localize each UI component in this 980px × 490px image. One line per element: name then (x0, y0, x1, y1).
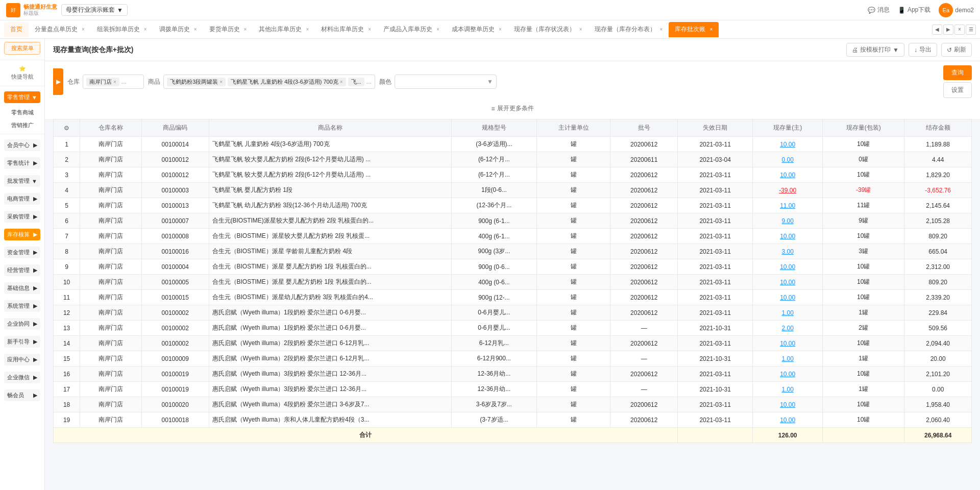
search-menu-button[interactable]: 搜索菜单 (4, 42, 40, 55)
row-qty-main[interactable]: 10.00 (753, 137, 823, 152)
goods-more-icon[interactable]: ... (366, 78, 372, 85)
row-qty-main[interactable]: 10.00 (753, 412, 823, 428)
tab-8[interactable]: 成本调整单历史 × (446, 22, 508, 37)
sidebar-section-purchase[interactable]: 采购管理 ▶ (0, 208, 44, 226)
sidebar-system-label[interactable]: 系统管理 ▶ (4, 300, 40, 312)
tab-6-close-icon[interactable]: × (368, 27, 371, 32)
row-qty-main[interactable]: 10.00 (753, 397, 823, 412)
tab-8-close-icon[interactable]: × (499, 27, 502, 32)
sidebar-section-member[interactable]: 会员中心 ▶ (0, 136, 44, 154)
sidebar-section-basic[interactable]: 基础信息 ▶ (0, 279, 44, 297)
sidebar-section-guide[interactable]: 新手引导 ▶ (0, 333, 44, 351)
tab-1-close-icon[interactable]: × (82, 27, 85, 32)
tab-3[interactable]: 调拨单历史 × (153, 22, 203, 37)
tab-7-close-icon[interactable]: × (436, 27, 439, 32)
tab-4[interactable]: 要货单历史 × (203, 22, 253, 37)
goods-tag-2-close-icon[interactable]: × (340, 79, 343, 85)
query-button[interactable]: 查询 (943, 65, 972, 80)
tab-2[interactable]: 组装拆卸单历史 × (91, 22, 153, 37)
sidebar-guide-label[interactable]: 新手引导 ▶ (4, 336, 40, 348)
sidebar-item-retail-shop[interactable]: 零售商城 (0, 106, 44, 119)
refresh-button[interactable]: ↺ 刷新 (941, 43, 972, 57)
row-qty-main[interactable]: 1.00 (753, 351, 823, 366)
sidebar-member2-label[interactable]: 畅会员 ▶ (4, 389, 40, 401)
sidebar-section-wholesale[interactable]: 批发管理 ▼ (0, 172, 44, 190)
warehouse-tag-container[interactable]: 南岸门店 × ... (83, 75, 144, 89)
row-qty-main[interactable]: 10.00 (753, 259, 823, 275)
sidebar-wechat-label[interactable]: 企业微信 ▶ (4, 372, 40, 383)
warehouse-tag-close-icon[interactable]: × (113, 79, 116, 85)
sidebar-wholesale-label[interactable]: 批发管理 ▼ (4, 175, 40, 187)
sidebar-section-inventory[interactable]: 库存核算 ▶ (0, 226, 44, 243)
row-qty-main[interactable]: 10.00 (753, 366, 823, 382)
tab-11-close-icon[interactable]: × (709, 27, 713, 32)
color-tag-container[interactable]: ▼ (395, 75, 497, 89)
user-area[interactable]: Ea demo2 (939, 3, 974, 17)
sidebar-section-retail-stats[interactable]: 零售统计 ▶ (0, 154, 44, 172)
row-qty-main[interactable]: 10.00 (753, 336, 823, 351)
sidebar-item-quick-nav[interactable]: ⭐ 快捷导航 (0, 62, 44, 84)
expand-sidebar-btn[interactable]: ▶ (53, 68, 63, 95)
sidebar-section-operations[interactable]: 经营管理 ▶ (0, 261, 44, 279)
row-qty-main[interactable]: 10.00 (753, 275, 823, 290)
nav-close-btn[interactable]: × (954, 24, 965, 35)
row-qty-main[interactable]: 1.00 (753, 382, 823, 397)
nav-next-btn[interactable]: ▶ (943, 24, 953, 35)
goods-tag-1-close-icon[interactable]: × (219, 79, 223, 85)
sidebar-ecommerce-label[interactable]: 电商管理 ▶ (4, 193, 40, 205)
tab-6[interactable]: 材料出库单历史 × (315, 22, 377, 37)
company-dropdown[interactable]: 母婴行业演示账套 ▼ (61, 4, 128, 16)
sidebar-basic-label[interactable]: 基础信息 ▶ (4, 282, 40, 294)
tab-home[interactable]: 首页 (4, 22, 29, 37)
tab-9-close-icon[interactable]: × (579, 27, 582, 32)
sidebar-member-label[interactable]: 会员中心 ▶ (4, 139, 40, 151)
sidebar-section-ecommerce[interactable]: 电商管理 ▶ (0, 190, 44, 208)
row-qty-main[interactable]: 10.00 (753, 167, 823, 183)
row-qty-main[interactable]: 1.00 (753, 305, 823, 321)
sidebar-retail-label[interactable]: 零售管理 ▼ (4, 91, 40, 103)
tab-9[interactable]: 现存量（库存状况表） × (508, 22, 589, 37)
print-button[interactable]: 🖨 按模板打印 ▼ (846, 43, 904, 57)
sidebar-section-wechat[interactable]: 企业微信 ▶ (0, 369, 44, 386)
sidebar-operations-label[interactable]: 经营管理 ▶ (4, 264, 40, 276)
row-qty-main[interactable]: 3.00 (753, 244, 823, 259)
sidebar-item-marketing[interactable]: 营销推广 (0, 119, 44, 132)
sidebar-purchase-label[interactable]: 采购管理 ▶ (4, 211, 40, 223)
row-qty-main[interactable]: 10.00 (753, 290, 823, 305)
row-qty-main[interactable]: 2.00 (753, 321, 823, 336)
row-qty-main[interactable]: 9.00 (753, 213, 823, 229)
sidebar-section-finance[interactable]: 资金管理 ▶ (0, 243, 44, 261)
tab-2-close-icon[interactable]: × (144, 27, 147, 32)
sidebar-section-system[interactable]: 系统管理 ▶ (0, 297, 44, 315)
sidebar-collab-label[interactable]: 企业协同 ▶ (4, 318, 40, 330)
sidebar-apps-label[interactable]: 应用中心 ▶ (4, 354, 40, 365)
nav-prev-btn[interactable]: ◀ (932, 24, 942, 35)
row-qty-main[interactable]: 11.00 (753, 198, 823, 213)
expand-conditions-btn[interactable]: ≡ 展开更多条件 (487, 102, 537, 115)
app-download-btn[interactable]: 📱 App下载 (898, 6, 930, 14)
sidebar-retail-stats-label[interactable]: 零售统计 ▶ (4, 157, 40, 169)
sidebar-section-retail[interactable]: 零售管理 ▼ (0, 88, 44, 106)
tab-7[interactable]: 产成品入库单历史 × (377, 22, 446, 37)
tab-5-close-icon[interactable]: × (306, 27, 309, 32)
tab-4-close-icon[interactable]: × (244, 27, 247, 32)
sidebar-finance-label[interactable]: 资金管理 ▶ (4, 247, 40, 258)
export-button[interactable]: ↓ 导出 (909, 43, 937, 57)
tab-1[interactable]: 分量盘点单历史 × (29, 22, 91, 37)
col-setting[interactable]: ⚙ (54, 119, 80, 137)
sidebar-section-member2[interactable]: 畅会员 ▶ (0, 386, 44, 404)
tab-10[interactable]: 现存量（库存分布表） × (589, 22, 669, 37)
nav-menu-btn[interactable]: ☰ (966, 24, 976, 35)
sidebar-section-collab[interactable]: 企业协同 ▶ (0, 315, 44, 333)
row-qty-main[interactable]: 10.00 (753, 229, 823, 244)
sidebar-inventory-label[interactable]: 库存核算 ▶ (4, 229, 40, 240)
row-qty-main[interactable]: -39.00 (753, 183, 823, 198)
message-btn[interactable]: 💬 消息 (868, 6, 890, 14)
tab-5[interactable]: 其他出库单历史 × (253, 22, 315, 37)
tab-11[interactable]: 库存批次账 × (669, 22, 719, 37)
setting-button[interactable]: 设置 (943, 82, 972, 98)
warehouse-more-icon[interactable]: ... (121, 78, 127, 85)
tab-3-close-icon[interactable]: × (194, 27, 197, 32)
row-qty-main[interactable]: 0.00 (753, 152, 823, 167)
goods-tag-container[interactable]: 飞鹤奶粉3段两罐装 × 飞鹤星飞帆 儿童奶粉 4段(3-6岁适用) 700克 ×… (163, 75, 375, 89)
